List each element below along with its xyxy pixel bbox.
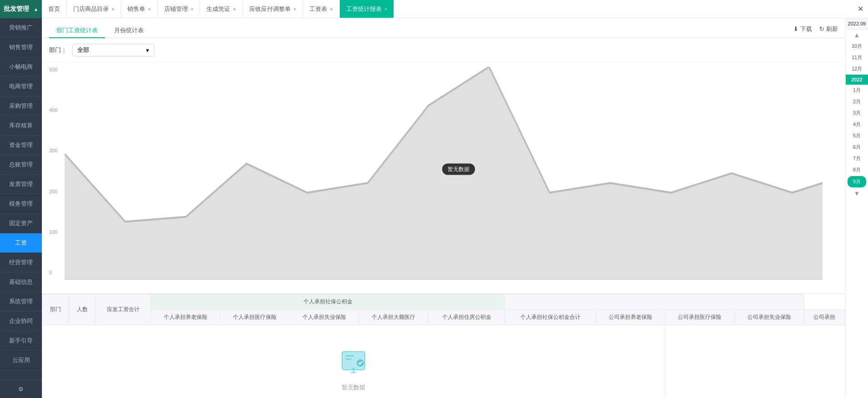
y-axis-labels: 500 400 300 200 100 0 bbox=[49, 67, 57, 275]
sidebar-item-销售管理[interactable]: 销售管理 bbox=[0, 38, 42, 57]
dept-select-value: 全部 bbox=[77, 46, 89, 54]
timeline-item-12月[interactable]: 12月 bbox=[846, 63, 868, 75]
tab-close-icon[interactable]: × bbox=[191, 6, 193, 12]
col-personal-total: 个人承担社保公积金合计 bbox=[505, 310, 596, 325]
sidebar-item-电商管理[interactable]: 电商管理 bbox=[0, 77, 42, 96]
timeline-item-10月[interactable]: 10月 bbox=[846, 40, 868, 52]
col-personal-insurance-group: 个人承担社保公积金 bbox=[151, 294, 505, 310]
sub-tab-月份统计表[interactable]: 月份统计表 bbox=[107, 24, 151, 38]
dept-select[interactable]: 全部 ▾ bbox=[72, 44, 154, 56]
sub-tab-部门工资统计表[interactable]: 部门工资统计表 bbox=[49, 24, 105, 38]
col-company-pension: 公司承担养老保险 bbox=[596, 310, 666, 325]
timeline-header: 2022.09 bbox=[846, 18, 868, 30]
svg-rect-3 bbox=[345, 355, 354, 357]
timeline-item-8月[interactable]: 8月 bbox=[846, 164, 868, 176]
data-table: 部门 人数 应发工资合计 个人承担社保公积金 个人承担养老保险 个人承担医疗保险… bbox=[42, 294, 845, 398]
tab-bar: 首页门店商品目录×销售单×店铺管理×生成凭证×应收应付调整单×工资表×工资统计报… bbox=[42, 0, 868, 18]
sidebar-item-企业协同[interactable]: 企业协同 bbox=[0, 312, 42, 331]
sidebar-arrow-icon: ▲ bbox=[34, 7, 38, 12]
sub-tabs: 部门工资统计表月份统计表 ⬇ 下载 ↻ 刷新 bbox=[42, 18, 845, 38]
chart-area: 500 400 300 200 100 0 暂无数据 bbox=[42, 62, 845, 293]
main-area: 首页门店商品目录×销售单×店铺管理×生成凭证×应收应付调整单×工资表×工资统计报… bbox=[42, 0, 868, 398]
tab-close-icon[interactable]: × bbox=[330, 6, 333, 12]
tab-应收应付调整单[interactable]: 应收应付调整单× bbox=[243, 0, 303, 18]
tab-close-icon[interactable]: × bbox=[148, 6, 151, 12]
tab-店铺管理[interactable]: 店铺管理× bbox=[158, 0, 200, 18]
svg-rect-4 bbox=[345, 358, 352, 360]
chevron-down-icon: ▾ bbox=[146, 47, 149, 54]
col-company-other: 公司承担 bbox=[804, 310, 845, 325]
sidebar-item-税务管理[interactable]: 税务管理 bbox=[0, 194, 42, 214]
sidebar-item-云应用[interactable]: 云应用 bbox=[0, 351, 42, 370]
svg-point-5 bbox=[357, 359, 364, 367]
tab-close-icon[interactable]: × bbox=[111, 6, 114, 12]
col-company-insurance-group bbox=[505, 294, 804, 310]
timeline-sidebar: 2022.09 ▲ 10月11月12月20221月2月3月4月5月6月7月8月9… bbox=[845, 18, 868, 398]
filter-bar: 部门： 全部 ▾ bbox=[42, 38, 845, 62]
download-button[interactable]: ⬇ 下载 bbox=[793, 25, 812, 33]
sidebar-item-固定资产[interactable]: 固定资产 bbox=[0, 214, 42, 233]
tab-生成凭证[interactable]: 生成凭证× bbox=[200, 0, 242, 18]
tab-首页[interactable]: 首页 bbox=[42, 0, 67, 18]
tab-close-icon[interactable]: × bbox=[233, 6, 236, 12]
sidebar-item-资金管理[interactable]: 资金管理 bbox=[0, 136, 42, 155]
svg-marker-0 bbox=[65, 67, 823, 280]
sidebar-item-发票管理[interactable]: 发票管理 bbox=[0, 175, 42, 194]
timeline-item-4月[interactable]: 4月 bbox=[846, 119, 868, 130]
table-empty-state: 暂无数据 bbox=[42, 325, 666, 398]
chart-no-data-tooltip: 暂无数据 bbox=[442, 163, 475, 175]
tab-工资统计报表[interactable]: 工资统计报表× bbox=[340, 0, 394, 18]
timeline-up-nav[interactable]: ▲ bbox=[846, 30, 868, 40]
sidebar: 批发管理 ▲ 营销推广销售管理小畅电商电商管理采购管理库存核算资金管理总账管理发… bbox=[0, 0, 42, 398]
gear-icon: ⚙ bbox=[18, 386, 24, 393]
chart-svg: 暂无数据 bbox=[65, 67, 823, 280]
timeline-item-2022[interactable]: 2022 bbox=[846, 75, 868, 85]
col-personal-major-medical: 个人承担大额医疗 bbox=[359, 310, 429, 325]
col-company-medical: 公司承担医疗保险 bbox=[665, 310, 735, 325]
tab-销售单[interactable]: 销售单× bbox=[121, 0, 157, 18]
sidebar-item-系统管理[interactable]: 系统管理 bbox=[0, 292, 42, 312]
sidebar-item-基础信息[interactable]: 基础信息 bbox=[0, 272, 42, 292]
tab-工资表[interactable]: 工资表× bbox=[303, 0, 339, 18]
timeline-item-1月[interactable]: 1月 bbox=[846, 85, 868, 96]
col-personal-unemployment: 个人承担失业保险 bbox=[289, 310, 359, 325]
sidebar-header[interactable]: 批发管理 ▲ bbox=[0, 0, 42, 18]
col-personal-medical: 个人承担医疗保险 bbox=[220, 310, 290, 325]
sidebar-item-库存核算[interactable]: 库存核算 bbox=[0, 116, 42, 136]
tab-门店商品目录[interactable]: 门店商品目录× bbox=[67, 0, 121, 18]
timeline-down-nav[interactable]: ▼ bbox=[846, 188, 868, 199]
page: 部门工资统计表月份统计表 ⬇ 下载 ↻ 刷新 部门： 全部 ▾ bbox=[42, 18, 845, 398]
sidebar-item-新手引导[interactable]: 新手引导 bbox=[0, 331, 42, 351]
sidebar-item-小畅电商[interactable]: 小畅电商 bbox=[0, 57, 42, 77]
sidebar-item-采购管理[interactable]: 采购管理 bbox=[0, 96, 42, 116]
timeline-item-6月[interactable]: 6月 bbox=[846, 141, 868, 153]
col-count: 人数 bbox=[69, 294, 96, 325]
col-personal-pension: 个人承担养老保险 bbox=[151, 310, 220, 325]
col-company-unemployment: 公司承担失业保险 bbox=[735, 310, 804, 325]
sidebar-item-经营管理[interactable]: 经营管理 bbox=[0, 253, 42, 272]
sidebar-item-工资[interactable]: 工资 bbox=[0, 233, 42, 253]
sidebar-item-营销推广[interactable]: 营销推广 bbox=[0, 18, 42, 38]
tab-close-icon[interactable]: × bbox=[384, 6, 387, 12]
sidebar-item-总账管理[interactable]: 总账管理 bbox=[0, 155, 42, 175]
table-empty-text: 暂无数据 bbox=[342, 383, 365, 392]
content-area: 部门工资统计表月份统计表 ⬇ 下载 ↻ 刷新 部门： 全部 ▾ bbox=[42, 18, 868, 398]
download-icon: ⬇ bbox=[793, 25, 798, 32]
tab-close-icon[interactable]: × bbox=[293, 6, 296, 12]
refresh-icon: ↻ bbox=[819, 25, 824, 32]
timeline-item-5月[interactable]: 5月 bbox=[846, 130, 868, 141]
refresh-button[interactable]: ↻ 刷新 bbox=[819, 25, 838, 33]
close-window-icon[interactable]: ✕ bbox=[858, 5, 863, 13]
col-dept: 部门 bbox=[42, 294, 69, 325]
tab-bar-close[interactable]: ✕ bbox=[853, 5, 868, 13]
timeline-item-11月[interactable]: 11月 bbox=[846, 52, 868, 63]
sub-tabs-left: 部门工资统计表月份统计表 bbox=[49, 24, 151, 38]
sidebar-settings[interactable]: ⚙ bbox=[0, 380, 42, 398]
sidebar-title: 批发管理 bbox=[4, 5, 29, 13]
timeline-item-7月[interactable]: 7月 bbox=[846, 153, 868, 164]
toolbar: ⬇ 下载 ↻ 刷新 bbox=[793, 25, 838, 37]
timeline-item-2月[interactable]: 2月 bbox=[846, 96, 868, 107]
timeline-item-3月[interactable]: 3月 bbox=[846, 107, 868, 119]
dept-label: 部门： bbox=[49, 46, 67, 54]
timeline-item-9月[interactable]: 9月 bbox=[848, 176, 866, 187]
